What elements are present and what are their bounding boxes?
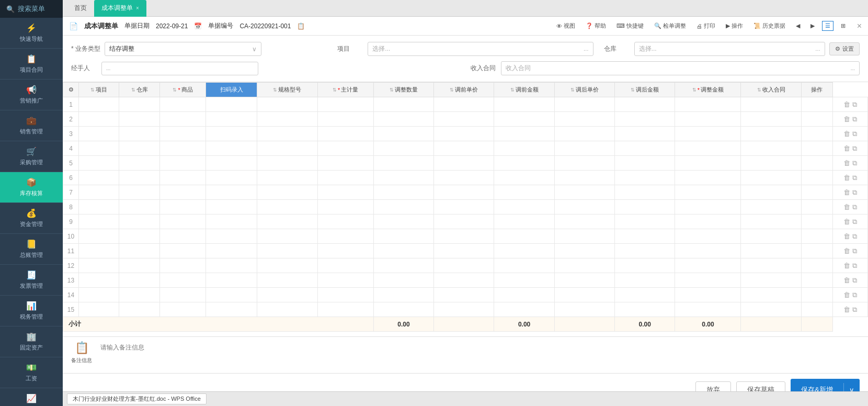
cell-8-1[interactable] xyxy=(119,200,159,215)
cell-2-10[interactable] xyxy=(615,112,675,127)
cell-5-0[interactable] xyxy=(79,156,119,171)
cell-11-6[interactable] xyxy=(373,244,433,258)
cell-4-11[interactable] xyxy=(675,141,741,156)
cell-10-5[interactable] xyxy=(317,229,373,244)
cell-2-3[interactable] xyxy=(206,112,257,127)
cell-7-13[interactable] xyxy=(801,185,832,200)
cell-9-5[interactable] xyxy=(317,215,373,229)
th-scan[interactable]: 扫码录入 xyxy=(206,83,257,97)
cell-12-8[interactable] xyxy=(494,258,554,273)
cell-13-5[interactable] xyxy=(317,273,373,288)
cell-4-0[interactable] xyxy=(79,141,119,156)
copy-icon[interactable]: 📋 xyxy=(297,22,305,30)
cell-5-4[interactable] xyxy=(257,156,317,171)
history-btn[interactable]: 📜 历史票据 xyxy=(750,21,789,31)
cell-1-12[interactable] xyxy=(741,97,801,112)
cell-8-12[interactable] xyxy=(741,200,801,215)
cell-12-0[interactable] xyxy=(79,258,119,273)
cell-8-2[interactable] xyxy=(159,200,205,215)
cell-15-11[interactable] xyxy=(675,302,741,317)
delete-icon-2[interactable]: 🗑 xyxy=(843,115,850,123)
cell-9-8[interactable] xyxy=(494,215,554,229)
view-btn[interactable]: 👁 视图 xyxy=(553,21,578,31)
cell-7-6[interactable] xyxy=(373,185,433,200)
cell-12-9[interactable] xyxy=(554,258,614,273)
cell-3-6[interactable] xyxy=(373,127,433,141)
cell-5-2[interactable] xyxy=(159,156,205,171)
cell-9-0[interactable] xyxy=(79,215,119,229)
delete-icon-6[interactable]: 🗑 xyxy=(843,174,850,182)
cell-15-9[interactable] xyxy=(554,302,614,317)
copy-row-icon-1[interactable]: ⧉ xyxy=(852,100,857,109)
warehouse-input[interactable]: 选择... … xyxy=(634,42,825,56)
copy-row-icon-2[interactable]: ⧉ xyxy=(852,115,857,123)
cell-1-7[interactable] xyxy=(434,97,494,112)
notes-input[interactable] xyxy=(98,341,860,369)
copy-row-icon-7[interactable]: ⧉ xyxy=(852,188,857,197)
cell-1-2[interactable] xyxy=(159,97,205,112)
sidebar-item-payroll[interactable]: 💵 工资 xyxy=(0,357,63,388)
cell-5-11[interactable] xyxy=(675,156,741,171)
cell-15-4[interactable] xyxy=(257,302,317,317)
cell-13-11[interactable] xyxy=(675,273,741,288)
cell-9-6[interactable] xyxy=(373,215,433,229)
delete-icon-13[interactable]: 🗑 xyxy=(843,276,850,285)
cell-10-4[interactable] xyxy=(257,229,317,244)
cell-11-5[interactable] xyxy=(317,244,373,258)
copy-row-icon-6[interactable]: ⧉ xyxy=(852,174,857,182)
cell-6-4[interactable] xyxy=(257,171,317,185)
tab-cost-adjust[interactable]: 成本调整单× xyxy=(94,0,146,17)
cell-12-2[interactable] xyxy=(159,258,205,273)
cell-9-3[interactable] xyxy=(206,215,257,229)
cell-6-3[interactable] xyxy=(206,171,257,185)
cell-14-13[interactable] xyxy=(801,288,832,302)
cell-5-1[interactable] xyxy=(119,156,159,171)
copy-row-icon-8[interactable]: ⧉ xyxy=(852,203,857,211)
cell-11-9[interactable] xyxy=(554,244,614,258)
cell-5-6[interactable] xyxy=(373,156,433,171)
cell-7-1[interactable] xyxy=(119,185,159,200)
cell-4-13[interactable] xyxy=(801,141,832,156)
cell-5-7[interactable] xyxy=(434,156,494,171)
cell-10-0[interactable] xyxy=(79,229,119,244)
cell-12-5[interactable] xyxy=(317,258,373,273)
sidebar-search[interactable]: 🔍 搜索菜单 xyxy=(0,0,63,18)
cell-1-1[interactable] xyxy=(119,97,159,112)
th-settings[interactable]: ⚙ xyxy=(63,83,79,97)
cell-6-13[interactable] xyxy=(801,171,832,185)
cell-13-7[interactable] xyxy=(434,273,494,288)
cell-2-6[interactable] xyxy=(373,112,433,127)
cell-4-10[interactable] xyxy=(615,141,675,156)
delete-icon-14[interactable]: 🗑 xyxy=(843,291,850,299)
sidebar-item-invoice-mgmt[interactable]: 🧾 发票管理 xyxy=(0,265,63,296)
cell-11-3[interactable] xyxy=(206,244,257,258)
tab-close-cost-adjust[interactable]: × xyxy=(136,5,139,11)
cell-7-12[interactable] xyxy=(741,185,801,200)
cell-14-4[interactable] xyxy=(257,288,317,302)
cell-12-10[interactable] xyxy=(615,258,675,273)
copy-row-icon-14[interactable]: ⧉ xyxy=(852,291,857,299)
cell-9-11[interactable] xyxy=(675,215,741,229)
project-input[interactable]: 选择... … xyxy=(368,42,593,56)
cell-2-12[interactable] xyxy=(741,112,801,127)
cell-13-4[interactable] xyxy=(257,273,317,288)
cell-6-10[interactable] xyxy=(615,171,675,185)
cell-10-9[interactable] xyxy=(554,229,614,244)
cell-8-3[interactable] xyxy=(206,200,257,215)
cell-1-10[interactable] xyxy=(615,97,675,112)
cell-15-5[interactable] xyxy=(317,302,373,317)
cell-3-4[interactable] xyxy=(257,127,317,141)
cell-6-11[interactable] xyxy=(675,171,741,185)
print-btn[interactable]: 🖨 打印 xyxy=(693,21,718,31)
cell-13-6[interactable] xyxy=(373,273,433,288)
cell-13-13[interactable] xyxy=(801,273,832,288)
cell-14-8[interactable] xyxy=(494,288,554,302)
copy-row-icon-4[interactable]: ⧉ xyxy=(852,144,857,153)
cell-1-13[interactable] xyxy=(801,97,832,112)
cell-14-0[interactable] xyxy=(79,288,119,302)
cell-3-1[interactable] xyxy=(119,127,159,141)
cell-7-2[interactable] xyxy=(159,185,205,200)
cell-5-10[interactable] xyxy=(615,156,675,171)
cell-10-1[interactable] xyxy=(119,229,159,244)
hotkey-btn[interactable]: ⌨ 快捷键 xyxy=(613,21,647,31)
